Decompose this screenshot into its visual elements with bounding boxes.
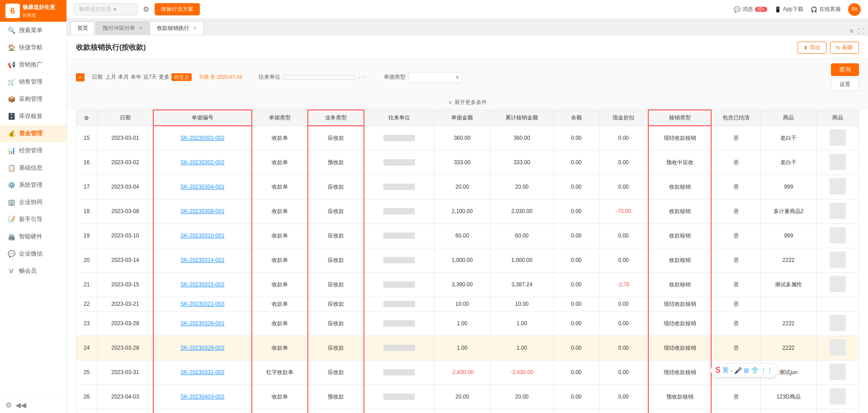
sidebar-item-inventory[interactable]: 🗄️库存核算 <box>0 108 66 125</box>
date-7days[interactable]: 近7天 <box>143 73 157 81</box>
tab-home[interactable]: 首页 <box>71 21 95 35</box>
cell-amount: 1.00 <box>434 311 490 336</box>
sidebar-item-search[interactable]: 🔍搜索菜单 <box>0 22 66 39</box>
sidebar-item-guide[interactable]: 📝新手引导 <box>0 211 66 228</box>
bill-no-link[interactable]: SK-20230331-002 <box>180 369 224 375</box>
bill-no-link[interactable]: SK-20230314-001 <box>180 257 224 263</box>
service-button[interactable]: 🎧 在线客服 <box>811 5 841 13</box>
nav-icon-guide: 📝 <box>7 215 15 223</box>
tab-receipt[interactable]: 收款核销执行 ✕ <box>150 21 203 35</box>
date-filter-group: 日期 上月 本月 本年 近7天 更多 自定义 <box>92 73 192 81</box>
avatar[interactable]: Rit <box>848 3 861 16</box>
cell-discount: 0.00 <box>599 311 648 336</box>
cell-verified: 100.00 <box>490 409 553 413</box>
cell-goods2 <box>816 336 859 360</box>
cell-partner <box>364 336 434 360</box>
sidebar-item-finance[interactable]: 💰资金管理 <box>0 125 66 142</box>
refresh-label: 刷新 <box>842 44 853 52</box>
bill-no-link[interactable]: SK-20230328-001 <box>180 320 224 327</box>
nav-icon-enterprise: 🏢 <box>7 198 15 206</box>
sidebar-item-purchase[interactable]: 📦采购管理 <box>0 90 66 108</box>
bill-no-link[interactable]: SK-20230310-001 <box>180 233 224 239</box>
brand-name: 畅康道好生意 <box>23 4 55 11</box>
cell-no: 17 <box>76 175 98 199</box>
tab-close-all-icon[interactable]: ✕ <box>849 28 854 35</box>
messages-button[interactable]: 💬 消息 99+ <box>734 5 767 13</box>
bill-no-link[interactable]: SK-20230321-003 <box>180 301 224 307</box>
cell-balance: 0.00 <box>553 126 599 150</box>
watermark-widget: S 英 · 🎤 ⊞ 👕 ⋮⋮ <box>711 364 778 377</box>
sidebar-item-marketing[interactable]: 📢营销推广 <box>0 56 66 73</box>
sidebar-item-operations[interactable]: 📊经营管理 <box>0 142 66 159</box>
cell-no: 25 <box>76 360 98 385</box>
partner-input[interactable] <box>283 75 355 80</box>
watermark-dot-icon: · <box>731 367 732 374</box>
cell-bill-no: SK-20230328-002 <box>153 336 251 360</box>
tab-prepay-close-icon[interactable]: ✕ <box>139 26 142 31</box>
table-row: 15 2023-03-01 SK-20230301-002 收款单 应收款 36… <box>76 126 859 150</box>
table-row: 20 2023-03-14 SK-20230314-001 收款单 应收款 1,… <box>76 248 859 272</box>
bill-type-select[interactable] <box>408 72 462 83</box>
cell-balance: 0.00 <box>553 311 599 336</box>
refresh-button[interactable]: ↻ 刷新 <box>830 42 859 54</box>
sidebar-item-enterprise[interactable]: 🏢企业协同 <box>0 194 66 211</box>
bill-no-link[interactable]: SK-20230302-002 <box>180 159 224 166</box>
cell-bill-type: 收款单 <box>252 336 308 360</box>
bill-no-link[interactable]: SK-20230315-002 <box>180 281 224 288</box>
cell-discount: 0.00 <box>599 409 648 413</box>
sidebar-item-quicknav[interactable]: 🏠快捷导航 <box>0 39 66 56</box>
bill-no-link[interactable]: SK-20230308-001 <box>180 208 224 214</box>
bill-no-link[interactable]: SK-20230304-001 <box>180 184 224 190</box>
cell-goods2 <box>816 175 859 199</box>
tab-expand-icon[interactable]: ⛶ <box>858 28 864 35</box>
sidebar-item-system[interactable]: ⚙️系统管理 <box>0 176 66 194</box>
app-download-button[interactable]: 📱 App下载 <box>774 5 803 13</box>
content-area: 收款核销执行(按收款) ⬆ 导出 ↻ 刷新 » 日期 <box>67 35 868 413</box>
sidebar-item-wechat[interactable]: 💬企业微信 <box>0 245 66 262</box>
cell-balance: 0.00 <box>553 175 599 199</box>
settings-icon[interactable]: ⚙ <box>5 401 12 409</box>
bill-no-link[interactable]: SK-20230328-002 <box>180 345 224 351</box>
collapse-icon[interactable]: ◀◀ <box>15 401 26 409</box>
cell-verify-type: 收款核销 <box>648 199 712 223</box>
cell-goods1: 2222 <box>760 248 816 272</box>
cell-bill-type: 红字收款单 <box>252 360 308 385</box>
date-custom-button[interactable]: 自定义 <box>171 73 192 81</box>
date-this-month[interactable]: 本月 <box>118 73 129 81</box>
cell-discount: -70.00 <box>599 199 648 223</box>
cell-verify-type: 现结收款核销 <box>648 311 712 336</box>
tab-home-label: 首页 <box>77 24 88 32</box>
date-more[interactable]: 更多 <box>159 73 170 81</box>
company-dropdown[interactable]: 畅康道好生意 ▾ <box>74 3 137 15</box>
cell-balance: 0.00 <box>553 385 599 409</box>
col-settings[interactable]: ⚙ <box>76 110 98 126</box>
sidebar-item-basic[interactable]: 📋基础信息 <box>0 159 66 176</box>
date-last-month[interactable]: 上月 <box>105 73 116 81</box>
solution-button[interactable]: 体验行业方案 <box>155 3 200 15</box>
cell-amount: 1,000.00 <box>434 248 490 272</box>
cell-partner <box>364 409 434 413</box>
bill-no-link[interactable]: SK-20230301-002 <box>180 135 224 141</box>
table-header-row: ⚙ 日期 单据编号 单据类型 业务类型 往来单位 单据金额 累计核销金额 余额 … <box>76 110 859 126</box>
tab-receipt-close-icon[interactable]: ✕ <box>193 26 197 31</box>
query-button[interactable]: 查询 <box>831 63 859 76</box>
filter-toggle-button[interactable]: » <box>76 73 85 81</box>
cell-verified: 2,030.00 <box>490 199 553 223</box>
gear-icon[interactable]: ⚙ <box>143 5 149 14</box>
sidebar-item-member[interactable]: V畅会员 <box>0 262 66 280</box>
col-amount: 单据金额 <box>434 110 490 126</box>
sidebar-item-sales[interactable]: 🛒销售管理 <box>0 73 66 90</box>
cell-bill-no: SK-20230314-001 <box>153 248 251 272</box>
settings-button[interactable]: 设置 <box>831 78 859 91</box>
expand-more-button[interactable]: ∨ 展开更多条件 <box>448 99 486 106</box>
tab-prepay[interactable]: 预付冲应付单 ✕ <box>96 21 149 35</box>
cell-biz-type: 应收款 <box>308 272 364 297</box>
cell-discount: -2.76 <box>599 272 648 297</box>
bill-no-link[interactable]: SK-20230403-002 <box>180 394 224 400</box>
date-this-year[interactable]: 本年 <box>131 73 142 81</box>
export-button[interactable]: ⬆ 导出 <box>797 42 826 54</box>
cell-amount: -2,430.00 <box>434 360 490 385</box>
cell-goods1: 老白干 <box>760 126 816 150</box>
nav-label-sales: 销售管理 <box>19 78 42 86</box>
sidebar-item-hardware[interactable]: 🖨️智能硬件 <box>0 228 66 245</box>
